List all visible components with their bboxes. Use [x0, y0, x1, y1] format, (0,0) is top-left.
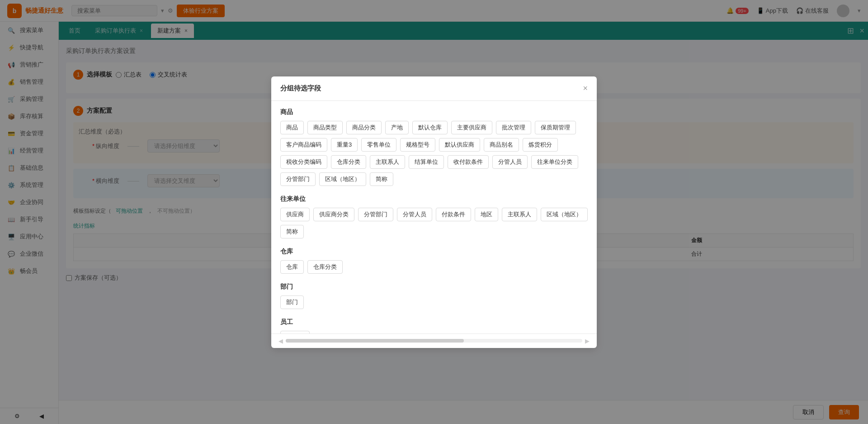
tag-goods-category[interactable]: 商品分类: [346, 121, 382, 134]
tag-short-name[interactable]: 简称: [370, 172, 393, 186]
tag-supplier-category[interactable]: 供应商分类: [313, 208, 354, 221]
category-partner-title: 往来单位: [280, 195, 588, 203]
dept-tags: 部门: [280, 295, 588, 309]
tag-department[interactable]: 部门: [280, 295, 304, 309]
tag-spec-model[interactable]: 规格型号: [400, 138, 435, 152]
modal-close-button[interactable]: ×: [583, 84, 588, 93]
tag-region[interactable]: 区域（地区）: [319, 172, 366, 186]
category-warehouse-title: 仓库: [280, 248, 588, 256]
scroll-right-icon[interactable]: ▶: [585, 338, 590, 344]
tag-customer-sku[interactable]: 客户商品编码: [280, 138, 327, 152]
modal-body[interactable]: 商品 商品 商品类型 商品分类 产地 默认仓库 主要供应商 批次管理 保质期管理…: [271, 101, 597, 333]
tag-weight3[interactable]: 重量3: [331, 138, 358, 152]
tag-main-contact[interactable]: 主联系人: [370, 155, 405, 169]
goods-tags: 商品 商品类型 商品分类 产地 默认仓库 主要供应商 批次管理 保质期管理 客户…: [280, 121, 588, 186]
modal: 分组待选字段 × 商品 商品 商品类型 商品分类 产地 默认仓库 主要供应商 批…: [271, 76, 597, 348]
category-dept: 部门 部门: [280, 283, 588, 309]
tag-goods[interactable]: 商品: [280, 121, 304, 134]
partner-tags: 供应商 供应商分类 分管部门 分管人员 付款条件 地区 主联系人 区域（地区） …: [280, 208, 588, 238]
category-staff-title: 员工: [280, 318, 588, 326]
tag-refine-points[interactable]: 炼货积分: [523, 138, 558, 152]
modal-overlay: 分组待选字段 × 商品 商品 商品类型 商品分类 产地 默认仓库 主要供应商 批…: [0, 0, 868, 424]
horizontal-scrollbar[interactable]: [286, 339, 582, 343]
tag-supplier[interactable]: 供应商: [280, 208, 310, 221]
modal-header: 分组待选字段 ×: [271, 76, 597, 101]
category-warehouse: 仓库 仓库 仓库分类: [280, 248, 588, 274]
tag-warehouse[interactable]: 仓库: [280, 260, 304, 274]
tag-warehouse-category[interactable]: 仓库分类: [331, 155, 366, 169]
tag-goods-alias[interactable]: 商品别名: [484, 138, 519, 152]
tag-dept[interactable]: 分管部门: [280, 172, 316, 186]
tag-payment-terms[interactable]: 收付款条件: [448, 155, 489, 169]
tag-region2[interactable]: 区域（地区）: [541, 208, 588, 221]
scroll-left-icon[interactable]: ◀: [278, 338, 283, 344]
tag-goods-type[interactable]: 商品类型: [307, 121, 343, 134]
tag-supervisor[interactable]: 分管人员: [492, 155, 528, 169]
tag-manage-dept[interactable]: 分管部门: [358, 208, 393, 221]
category-dept-title: 部门: [280, 283, 588, 291]
tag-main-supplier[interactable]: 主要供应商: [451, 121, 492, 134]
category-partner: 往来单位 供应商 供应商分类 分管部门 分管人员 付款条件 地区 主联系人 区域…: [280, 195, 588, 238]
tag-area[interactable]: 地区: [475, 208, 498, 221]
tag-origin[interactable]: 产地: [385, 121, 409, 134]
warehouse-tags: 仓库 仓库分类: [280, 260, 588, 274]
scrollbar-thumb: [286, 339, 464, 343]
category-goods-title: 商品: [280, 108, 588, 116]
tag-main-contact2[interactable]: 主联系人: [502, 208, 537, 221]
category-staff: 员工 业务员: [280, 318, 588, 333]
tag-partner-category[interactable]: 往来单位分类: [531, 155, 578, 169]
modal-title: 分组待选字段: [280, 84, 321, 93]
tag-short2[interactable]: 简称: [280, 225, 304, 238]
tag-payment-cond[interactable]: 付款条件: [436, 208, 471, 221]
tag-expiry-manage[interactable]: 保质期管理: [535, 121, 576, 134]
category-goods: 商品 商品 商品类型 商品分类 产地 默认仓库 主要供应商 批次管理 保质期管理…: [280, 108, 588, 186]
tag-batch-manage[interactable]: 批次管理: [496, 121, 531, 134]
modal-scrollbar-area: ◀ ▶: [278, 338, 590, 344]
modal-footer: ◀ ▶: [271, 333, 597, 348]
tag-settlement-unit[interactable]: 结算单位: [409, 155, 444, 169]
tag-tax-code[interactable]: 税收分类编码: [280, 155, 327, 169]
tag-default-warehouse[interactable]: 默认仓库: [412, 121, 448, 134]
tag-default-supplier[interactable]: 默认供应商: [439, 138, 480, 152]
tag-wh-category[interactable]: 仓库分类: [307, 260, 343, 274]
tag-retail-unit[interactable]: 零售单位: [361, 138, 396, 152]
tag-manage-person[interactable]: 分管人员: [397, 208, 432, 221]
